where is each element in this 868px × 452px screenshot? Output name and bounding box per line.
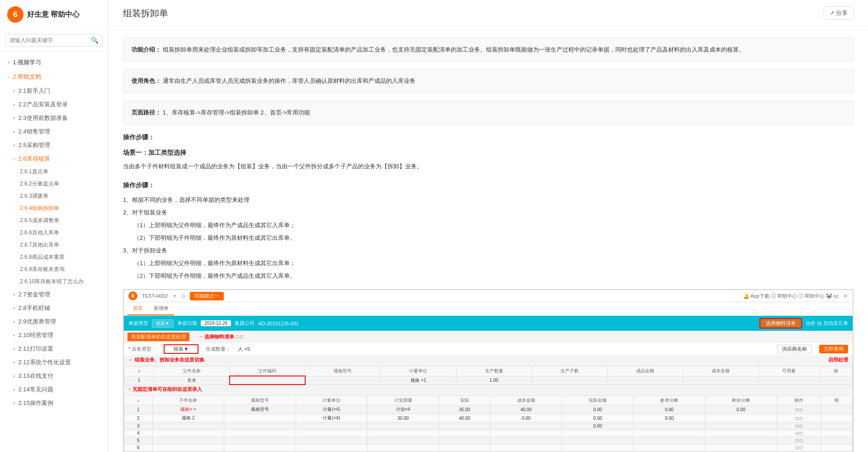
sidebar-item-videos-label: 1.视频学习 [13, 58, 41, 67]
mock-right-annotation: → 选择物料清单 □ □ [194, 333, 246, 341]
sidebar-item-videos[interactable]: + 1.视频学习 [0, 55, 108, 70]
expand-icon: − [7, 74, 10, 80]
table-row: 1 关木 规格 ×1 1.00 [124, 376, 853, 385]
path-text: 1、库存核算->库存管理->组装拆卸单 2、首页->常用功能 [163, 109, 311, 116]
table-row: 3 0.00 □ □ [124, 423, 853, 430]
sidebar: 6 好生意 帮助中心 🔍 + 1.视频学习 − 2.帮助文档 + 2 [0, 0, 108, 452]
sidebar-item-2-6-5[interactable]: 2.6.5成本调整单 [0, 214, 108, 227]
share-button[interactable]: ↗ 分享 [824, 6, 854, 20]
mock-annotation-4: ↑ 无固定清单可在组织在这里录入 [128, 386, 202, 392]
mock-table1-area: ✓ 父件名称 父件编码 规格型号 计量单位 生产数量 生产子数 成品金额 成本金… [124, 364, 853, 385]
scene1-title: 场景一：加工类型选择 [123, 149, 854, 157]
mock-date: 2019-12-26 [201, 320, 231, 326]
mock-biz-type[interactable]: 组装▼ [164, 344, 198, 354]
sidebar-item-2-2[interactable]: + 2.2产品安装及登录 [0, 98, 108, 111]
share-icon: ↗ [830, 10, 834, 16]
screenshot-container: 6 TEST-H002 ▼ ⊙ 同期模式一 🔔 App下载 ⓘ 帮助中心 ⓘ 帮… [123, 289, 854, 452]
sidebar-item-2-12[interactable]: + 2.12系统个性化设置 [0, 356, 108, 369]
sidebar-item-2-4[interactable]: + 2.4销售管理 [0, 125, 108, 138]
sidebar-item-2-8[interactable]: + 2.8手机旺铺 [0, 301, 108, 315]
mock-app-id: TEST-H002 [142, 293, 168, 299]
search-area: 🔍 [0, 29, 108, 52]
sidebar-item-docs-label: 2.帮助文档 [13, 73, 41, 81]
intro-text: 组装拆卸单用来处理企业组装或拆卸等加工业务，支持有固定装配清单的产品加工业务，也… [163, 46, 745, 53]
sidebar-item-2-7[interactable]: + 2.7资金管理 [0, 288, 108, 301]
nav-2-6-children: 2.6.1盘点单 2.6.2分量盘点单 2.6.3调拨单 2.6.4组装拆卸单 … [0, 166, 108, 288]
role-block: 使用角色： 通常由生产人员或库管人员完成拆装业务的操作，库管人员确认原材料的出库… [123, 69, 854, 93]
path-label: 页面路径： [132, 109, 161, 116]
sidebar-item-2-6-4[interactable]: 2.6.4组装拆卸单 [0, 202, 108, 214]
mock-annotation-btn: 选择物料清单 [760, 318, 802, 328]
mock-form-row2: * 业务类型： 组装▼ 生成数量： 人 ×5 供应商名称 立即查询 [124, 343, 853, 356]
sidebar-item-docs[interactable]: − 2.帮助文档 [0, 70, 108, 84]
table-row: 6 □ □ [124, 444, 853, 452]
sidebar-item-2-6-10[interactable]: 2.6.10库存账本错了怎么办 [0, 276, 108, 288]
logo-icon: 6 [7, 6, 24, 23]
annotation-area-4: ↑ 无固定清单可在组织在这里录入 [124, 385, 853, 394]
disassembly-step-2: （2）下部明细为子件明细，最终作为产成品生成其它入库单。 [134, 270, 854, 282]
sub-steps-disassembly: （1）上部明细为父件明细，最终作为原材料生成其它出库单； （2）下部明细为子件明… [134, 257, 854, 282]
sidebar-item-2-3[interactable]: + 2.3使用前数据准备 [0, 111, 108, 125]
logo-area: 6 好生意 帮助中心 [0, 0, 108, 29]
table-row: 4 □ □ [124, 430, 853, 437]
path-block: 页面路径： 1、库存核算->库存管理->组装拆卸单 2、首页->常用功能 [123, 100, 854, 124]
mock-tab-new[interactable]: 新增单 [148, 302, 174, 315]
main-header: 组装拆卸单 ↗ 分享 [108, 0, 868, 27]
mock-tab-home[interactable]: 首页 [127, 302, 148, 315]
search-input[interactable] [6, 35, 87, 46]
mock-type-selector[interactable]: 组装▼ [152, 319, 174, 328]
sidebar-item-2-9[interactable]: + 2.9优惠券管理 [0, 315, 108, 328]
search-box: 🔍 [5, 34, 103, 47]
article-content: 功能介绍： 组装拆卸单用来处理企业组装或拆卸等加工业务，支持有固定装配清单的产品… [108, 27, 868, 452]
sidebar-item-2-13[interactable]: + 2.13在线支付 [0, 369, 108, 383]
sidebar-item-2-6-2[interactable]: 2.6.2分量盘点单 [0, 178, 108, 190]
sidebar-item-2-6-9[interactable]: 2.6.9库存账本查询 [0, 263, 108, 276]
logo-text: 好生意 帮助中心 [27, 10, 80, 19]
mock-form-toolbar: 单据类型 组装▼ 单据日期 2019-12-26 集团公司 AD-2019122… [124, 316, 853, 331]
sidebar-item-2-15[interactable]: + 2.15操作案例 [0, 396, 108, 410]
steps-list: 1、根据不同的业务，选择不同单据的类型来处理 2、对于组装业务 （1）上部明细为… [123, 194, 854, 282]
steps-subtitle: 操作步骤： [123, 181, 854, 190]
sidebar-item-2-6-7[interactable]: 2.6.7其他出库单 [0, 239, 108, 251]
sidebar-item-2-11[interactable]: + 2.11打印设置 [0, 342, 108, 356]
search-button[interactable]: 🔍 [87, 34, 102, 46]
mock-close-btn[interactable]: ✕ [843, 293, 848, 300]
sidebar-item-2-5[interactable]: + 2.5采购管理 [0, 138, 108, 152]
annotation-area-2: ← 组装业务、拆卸业务在这里切换 启用处理 [124, 356, 853, 364]
sidebar-item-2-14[interactable]: + 2.14常见问题 [0, 383, 108, 396]
mock-annotation-1: 有装配清单的在这里处理 [127, 333, 189, 341]
role-text: 通常由生产人员或库管人员完成拆装业务的操作，库管人员确认原材料的出库和产成品的入… [163, 77, 415, 84]
intro-block: 功能介绍： 组装拆卸单用来处理企业组装或拆卸等加工业务，支持有固定装配清单的产品… [123, 38, 854, 62]
sub-steps-assembly: （1）上部明细为父件明细，最终作为产成品生成其它入库单； （2）下部明细为子件明… [134, 219, 854, 244]
sidebar-item-2-6-1[interactable]: 2.6.1盘点单 [0, 166, 108, 178]
annotation-area-1: 有装配清单的在这里处理 → 选择物料清单 □ □ [124, 331, 853, 343]
mock-app: 6 TEST-H002 ▼ ⊙ 同期模式一 🔔 App下载 ⓘ 帮助中心 ⓘ 帮… [123, 290, 853, 452]
docs-children: + 2.1新手入门 + 2.2产品安装及登录 + 2.3使用前数据准备 + 2.… [0, 84, 108, 410]
mock-annotation-3: 启用处理 [828, 357, 848, 363]
sidebar-item-2-6-8[interactable]: 2.6.8商品成本重算 [0, 251, 108, 263]
sidebar-item-2-10[interactable]: + 2.10经营管理 [0, 328, 108, 342]
mock-table2: ✓ 子件名称 规格型号 计量单位 计划用量 实际 成本金额 实际金额 参考分摊 … [124, 395, 853, 452]
table-row: 2 规格 2 计量(×4) 30.00 40.00 0.00 0.00 0.00 [124, 414, 853, 423]
step-3: 3、对于拆卸业务 [123, 245, 854, 257]
sidebar-item-2-6-6[interactable]: 2.6.6其他入库单 [0, 227, 108, 239]
nav-section-docs: − 2.帮助文档 + 2.1新手入门 + 2.2产品安装及登录 + 2.3使用前… [0, 70, 108, 410]
page-title: 组装拆卸单 [123, 7, 168, 19]
mock-new-btn[interactable]: 同期模式一 [190, 292, 224, 300]
intro-label: 功能介绍： [132, 46, 161, 53]
scene1-desc: 当由多个子件材料组装成一个成品的业务为【组装】业务，当由一个父件拆分成多个子产品… [123, 161, 854, 172]
sidebar-item-2-1[interactable]: + 2.1新手入门 [0, 84, 108, 98]
sidebar-item-2-6-3[interactable]: 2.6.3调拨单 [0, 190, 108, 202]
mock-nav-tabs: 首页 新增单 [124, 302, 853, 316]
table-row: 5 □ □ [124, 437, 853, 444]
assembly-step-2: （2）下部明细为子件明细，最终作为原材料生成其它出库单。 [134, 232, 854, 244]
mock-table2-area: ✓ 子件名称 规格型号 计量单位 计划用量 实际 成本金额 实际金额 参考分摊 … [124, 394, 853, 452]
assembly-step-1: （1）上部明细为父件明细，最终作为产成品生成其它入库单； [134, 219, 854, 231]
mock-search-btn[interactable]: 立即查询 [819, 345, 848, 353]
main-content-area: 组装拆卸单 ↗ 分享 功能介绍： 组装拆卸单用来处理企业组装或拆卸等加工业务，支… [108, 0, 868, 452]
sidebar-item-2-6[interactable]: − 2.6库存核算 [0, 152, 108, 166]
collapse-icon: + [7, 60, 10, 65]
step-1: 1、根据不同的业务，选择不同单据的类型来处理 [123, 194, 854, 206]
nav-section-videos: + 1.视频学习 [0, 55, 108, 70]
mock-topbar: 6 TEST-H002 ▼ ⊙ 同期模式一 🔔 App下载 ⓘ 帮助中心 ⓘ 帮… [124, 290, 853, 302]
